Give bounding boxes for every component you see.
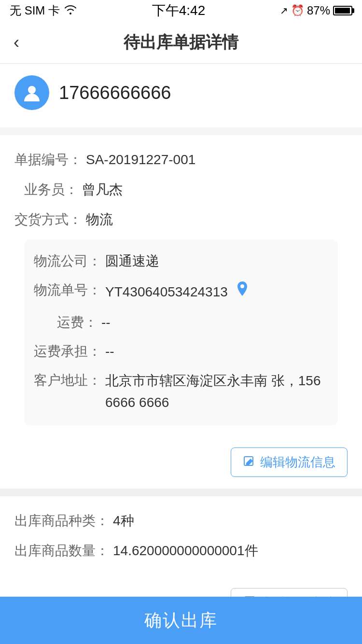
edit-logistics-button[interactable]: 编辑物流信息 [231,448,348,477]
sales-rep-row: 业务员： 曾凡杰 [14,180,348,200]
confirm-outbound-button[interactable]: 确认出库 [0,597,362,644]
goods-types-label: 出库商品种类： [14,511,113,531]
status-left: 无 SIM 卡 [10,3,77,18]
logistics-company-row: 物流公司： 圆通速递 [34,251,328,271]
delivery-method-value: 物流 [86,210,348,230]
customer-header: 17666666666 [0,64,362,122]
address-value: 北京市市辖区海淀区永丰南 张，156 6666 6666 [105,370,328,414]
goods-section: 出库商品种类： 4种 出库商品数量： 14.620000000000001件 [0,496,362,580]
location-status-icon: ↗ [280,5,288,16]
goods-quantity-label: 出库商品数量： [14,541,113,561]
edit-logistics-wrapper: 编辑物流信息 [0,440,362,489]
order-number-label: 单据编号： [14,150,86,170]
battery-percent: 87% [307,4,330,17]
address-row: 客户地址： 北京市市辖区海淀区永丰南 张，156 6666 6666 [34,370,328,414]
back-button[interactable]: ‹ [14,32,19,53]
edit-icon [243,455,256,469]
logistics-company-label: 物流公司： [34,251,105,271]
freight-bearer-row: 运费承担： -- [34,341,328,362]
delivery-method-label: 交货方式： [14,210,86,230]
order-number-value: SA-20191227-001 [86,150,348,170]
wifi-icon [64,4,77,17]
order-number-row: 单据编号： SA-20191227-001 [14,150,348,170]
section-divider [0,489,362,496]
tracking-number-text: YT43064053424313 [105,282,228,302]
status-right: ↗ ⏰ 87% [280,4,352,17]
tracking-number-row: 物流单号： YT43064053424313 [34,280,328,304]
svg-point-3 [240,284,244,288]
sales-rep-label: 业务员： [14,180,82,200]
logistics-company-value: 圆通速递 [105,251,328,271]
person-icon [21,82,42,103]
order-info-section: 单据编号： SA-20191227-001 业务员： 曾凡杰 交货方式： 物流 … [0,135,362,440]
freight-label: 运费： [34,312,101,333]
nav-bar: ‹ 待出库单据详情 [0,21,362,64]
delivery-method-row: 交货方式： 物流 [14,210,348,230]
confirm-button-wrapper: 确认出库 [0,597,362,644]
battery-icon [333,6,352,15]
status-time: 下午4:42 [152,1,206,20]
tracking-number-value: YT43064053424313 [105,280,328,304]
carrier-text: 无 SIM 卡 [10,3,60,18]
goods-quantity-row: 出库商品数量： 14.620000000000001件 [14,541,348,561]
map-pin-icon[interactable] [234,280,251,304]
svg-point-0 [28,86,36,94]
goods-types-row: 出库商品种类： 4种 [14,511,348,531]
alarm-icon: ⏰ [291,4,304,17]
tracking-number-label: 物流单号： [34,280,105,300]
freight-bearer-value: -- [105,341,328,362]
freight-row: 运费： -- [34,312,328,333]
status-bar: 无 SIM 卡 下午4:42 ↗ ⏰ 87% [0,0,362,21]
page-title: 待出库单据详情 [124,31,238,54]
freight-value: -- [101,312,328,333]
dashed-divider [0,122,362,127]
avatar [14,75,49,110]
address-label: 客户地址： [34,370,105,391]
goods-quantity-value: 14.620000000000001件 [113,541,348,561]
logistics-card: 物流公司： 圆通速递 物流单号： YT43064053424313 运费： --… [24,239,338,425]
freight-bearer-label: 运费承担： [34,341,105,362]
goods-types-value: 4种 [113,511,348,531]
edit-logistics-label: 编辑物流信息 [260,454,335,471]
sales-rep-value: 曾凡杰 [82,180,348,200]
customer-phone: 17666666666 [59,83,171,103]
